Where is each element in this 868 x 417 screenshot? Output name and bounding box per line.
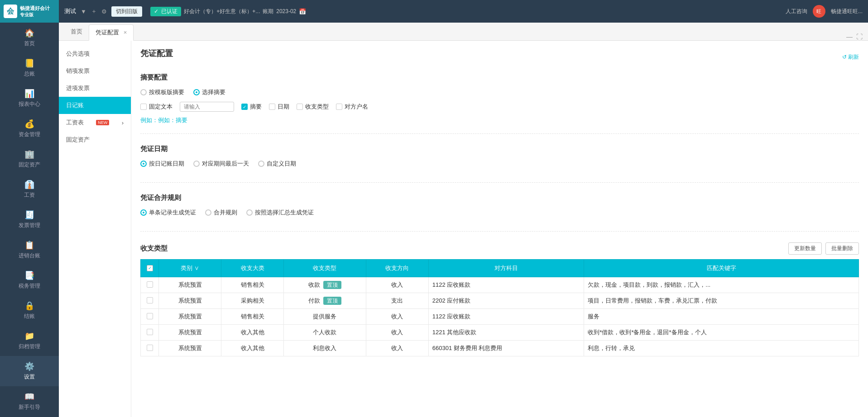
batch-delete-button[interactable]: 批量删除 <box>825 242 859 255</box>
income-expense-title: 收支类型 <box>140 244 168 253</box>
update-count-button[interactable]: 更新数量 <box>788 242 822 255</box>
summary-section-title: 摘要配置 <box>140 73 859 82</box>
checkbox-date <box>269 104 275 110</box>
tax-icon: 📑 <box>24 270 34 280</box>
income-expense-table: ✓ 类别 ∨ 收支大类 收支类型 收支方向 对方科目 匹配关键字 <box>140 259 859 356</box>
fixed-text-input[interactable] <box>180 102 234 112</box>
sidebar-item-guide[interactable]: 📖 新手引导 <box>0 386 59 417</box>
row4-checkbox[interactable] <box>141 325 159 341</box>
topbar-plus-icon[interactable]: ＋ <box>91 7 97 15</box>
row1-top-tag[interactable]: 置顶 <box>323 281 341 289</box>
row2-checkbox[interactable] <box>141 293 159 309</box>
archive-icon: 📁 <box>24 331 34 341</box>
sidebar-item-ledger[interactable]: 📒 总账 <box>0 53 59 83</box>
tab-close-icon[interactable]: × <box>124 29 127 36</box>
summary-radio-group: 按模板版摘要 选择摘要 <box>140 88 859 96</box>
sidebar-item-settings[interactable]: ⚙️ 设置 <box>0 356 59 386</box>
radio-circle-journal-date <box>140 161 147 167</box>
table-row: 系统预置 采购相关 付款 置顶 支出 2202 应付账款 项目，日常费用，报销款… <box>141 293 859 309</box>
sidebar-item-close[interactable]: 🔒 结账 <box>0 295 59 326</box>
merge-radio-group: 单条记录生成凭证 合并规则 按照选择汇总生成凭证 <box>140 208 859 217</box>
row5-checkbox[interactable] <box>141 341 159 356</box>
counterpart-checkbox[interactable]: 对方户名 <box>336 103 368 111</box>
row4-keywords: 收到*借款，收到*备用金，退回*备用金，个人 <box>584 325 859 341</box>
ledger-icon: 📒 <box>24 58 34 68</box>
checkbox-fixed-text <box>140 104 147 110</box>
radio-select-summary[interactable]: 选择摘要 <box>193 88 225 96</box>
sidebar-item-home[interactable]: 🏠 首页 <box>0 23 59 53</box>
merge-rules-section: 凭证合并规则 单条记录生成凭证 合并规则 按照选择汇总生成凭证 <box>140 194 859 232</box>
page-header: 凭证配置 ↺ 刷新 <box>140 48 859 66</box>
radio-period-last-day[interactable]: 对应期间最后一天 <box>193 160 249 168</box>
left-nav-sales-invoice[interactable]: 销项发票 <box>59 62 131 80</box>
left-nav-journal[interactable]: 日记账 <box>59 97 131 114</box>
sidebar-item-invoice[interactable]: 🧾 发票管理 <box>0 204 59 235</box>
row1-type: 收款 置顶 <box>284 277 366 293</box>
sidebar-item-archive[interactable]: 📁 归档管理 <box>0 326 59 356</box>
left-nav-payroll[interactable]: 工资表 NEW › <box>59 114 131 131</box>
username: 畅捷通旺旺... <box>831 8 863 15</box>
tabbar: 首页 凭证配置 × — ⛶ <box>59 23 868 41</box>
invoice-icon: 🧾 <box>24 210 34 220</box>
salary-icon: 👔 <box>24 180 34 190</box>
row1-subject: 1122 应收账款 <box>428 277 584 293</box>
sidebar: 会 畅捷通好会计 专业版 🏠 首页 📒 总账 📊 报表中心 💰 资金管理 🏢 固… <box>0 0 59 417</box>
settings-icon: ⚙️ <box>24 361 34 371</box>
sidebar-item-funds[interactable]: 💰 资金管理 <box>0 114 59 144</box>
radio-custom-date[interactable]: 自定义日期 <box>258 160 296 168</box>
calendar-icon[interactable]: 📅 <box>299 8 306 15</box>
radio-template-summary[interactable]: 按模板版摘要 <box>140 88 184 96</box>
app-logo: 会 畅捷通好会计 专业版 <box>0 0 59 23</box>
row5-keywords: 利息，行转，承兑 <box>584 341 859 356</box>
support-link[interactable]: 人工咨询 <box>786 8 807 15</box>
switch-old-version-button[interactable]: 切到旧版 <box>111 6 142 17</box>
left-nav-fixed-assets[interactable]: 固定资产 <box>59 131 131 148</box>
sidebar-item-assets[interactable]: 🏢 固定资产 <box>0 144 59 174</box>
row4-direction: 收入 <box>366 325 428 341</box>
left-nav-purchase-invoice[interactable]: 进项发票 <box>59 80 131 97</box>
row2-top-tag[interactable]: 置顶 <box>323 297 341 305</box>
select-all-checkbox[interactable]: ✓ <box>147 265 153 271</box>
row5-subject: 660301 财务费用 利息费用 <box>428 341 584 356</box>
row3-major: 销售相关 <box>221 309 284 325</box>
row1-keywords: 欠款，现金，项目款，到款，报销款，汇入，... <box>584 277 859 293</box>
col-direction: 收支方向 <box>366 260 428 277</box>
tab-voucher-config[interactable]: 凭证配置 × <box>89 24 134 41</box>
user-avatar: 旺 <box>813 5 825 18</box>
radio-circle-single <box>140 209 147 216</box>
row5-major: 收入其他 <box>221 341 284 356</box>
voucher-date-section: 凭证日期 按日记账日期 对应期间最后一天 自定义日期 <box>140 145 859 183</box>
topbar-right: 人工咨询 旺 畅捷通旺旺... <box>786 5 863 18</box>
date-radio-group: 按日记账日期 对应期间最后一天 自定义日期 <box>140 160 859 168</box>
topbar-gear-icon[interactable]: ⚙ <box>101 8 107 15</box>
fixed-text-checkbox[interactable]: 固定文本 <box>140 103 173 111</box>
subscription-info: 好会计（专）+好生意（标）+... <box>184 8 260 15</box>
topbar-arrow-icon: ▼ <box>81 8 86 15</box>
income-type-checkbox[interactable]: 收支类型 <box>297 103 329 111</box>
left-nav-public[interactable]: 公共选项 <box>59 45 131 62</box>
sidebar-item-salary[interactable]: 👔 工资 <box>0 174 59 204</box>
date-checkbox[interactable]: 日期 <box>269 103 289 111</box>
radio-circle-template <box>140 89 147 95</box>
checkbox-income-type <box>297 104 303 110</box>
radio-circle-merge <box>205 209 211 216</box>
refresh-button[interactable]: ↺ 刷新 <box>842 53 859 61</box>
row3-checkbox[interactable] <box>141 309 159 325</box>
sidebar-item-reports[interactable]: 📊 报表中心 <box>0 83 59 114</box>
tab-home[interactable]: 首页 <box>64 24 89 40</box>
row2-direction: 支出 <box>366 293 428 309</box>
minimize-icon[interactable]: — <box>846 33 853 40</box>
radio-single-record[interactable]: 单条记录生成凭证 <box>140 208 196 217</box>
date-section-title: 凭证日期 <box>140 145 859 153</box>
sidebar-item-purchase[interactable]: 📋 进销台账 <box>0 235 59 265</box>
maximize-icon[interactable]: ⛶ <box>856 33 863 40</box>
radio-merge-rules[interactable]: 合并规则 <box>205 208 237 217</box>
row1-checkbox[interactable] <box>141 277 159 293</box>
summary-checkbox[interactable]: ✓ 摘要 <box>241 103 262 111</box>
row3-category: 系统预置 <box>159 309 221 325</box>
sidebar-item-tax[interactable]: 📑 税务管理 <box>0 265 59 295</box>
radio-aggregate[interactable]: 按照选择汇总生成凭证 <box>246 208 314 217</box>
funds-icon: 💰 <box>24 119 34 129</box>
radio-journal-date[interactable]: 按日记账日期 <box>140 160 184 168</box>
content-wrapper: 凭证配置 ↺ 刷新 摘要配置 按模板版摘要 选择摘要 <box>131 41 868 417</box>
